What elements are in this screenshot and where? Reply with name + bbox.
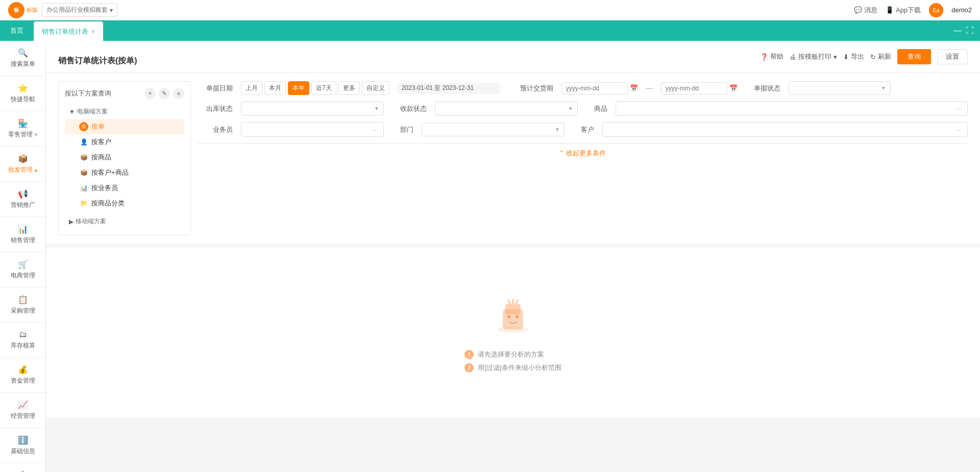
- scheme-by-sales[interactable]: 📊 按业务员: [65, 180, 184, 196]
- scheme-by-customer[interactable]: 👤 按客户: [65, 134, 184, 150]
- dept-arrow-icon: ▾: [556, 126, 559, 133]
- mobile-group-title[interactable]: ▶ 移动端方案: [65, 214, 184, 229]
- customer-input[interactable]: ···: [602, 122, 968, 137]
- minimize-btn[interactable]: —: [953, 26, 962, 35]
- date-btn-7days[interactable]: 近7天: [311, 81, 336, 95]
- sidebar-item-quick-nav[interactable]: ⭐ 快捷导航: [0, 76, 45, 111]
- scheme-sales-icon: 📊: [79, 183, 88, 193]
- scheme-by-order[interactable]: 按 按单: [65, 119, 184, 134]
- main-layout: 🔍 搜索菜单 ⭐ 快捷导航 🏪 零售管理 ▾ 📦 批发管理 ▴ 📢 营销推广 📊…: [0, 41, 980, 472]
- export-btn[interactable]: ⬇ 导出: [843, 52, 864, 61]
- message-label: 消息: [864, 6, 877, 15]
- scheme-customer-icon: 👤: [79, 137, 88, 147]
- date-btn-thismonth[interactable]: 本月: [264, 81, 286, 95]
- export-icon: ⬇: [843, 53, 849, 61]
- select-arrow-icon3: ▾: [569, 105, 572, 112]
- scheme-category-icon: 📁: [79, 199, 88, 208]
- settings-btn[interactable]: 设置: [937, 49, 968, 64]
- scheme-by-product[interactable]: 📦 按商品: [65, 150, 184, 165]
- sidebar-item-ecommerce[interactable]: 🛒 电商管理: [0, 252, 45, 288]
- sidebar-item-marketing[interactable]: 📢 营销推广: [0, 182, 45, 217]
- message-btn[interactable]: 💬 消息: [854, 6, 877, 15]
- refresh-btn[interactable]: ↻ 刷新: [870, 52, 891, 61]
- tab-home[interactable]: 首页: [0, 20, 34, 41]
- inventory-icon: 🗂: [0, 330, 45, 339]
- svg-line-6: [508, 300, 510, 304]
- app-download-btn[interactable]: 📱 App下载: [886, 6, 921, 15]
- user-avatar[interactable]: Ea: [929, 3, 943, 17]
- edit-scheme-btn[interactable]: ✎: [159, 88, 170, 99]
- desktop-group-title[interactable]: ▼ 电脑端方案: [65, 104, 184, 119]
- sidebar-item-procurement[interactable]: 📋 采购管理: [0, 288, 45, 323]
- salesperson-more-icon[interactable]: ···: [373, 126, 378, 133]
- goods-input[interactable]: ···: [616, 101, 968, 116]
- calendar-icon-to: 📅: [729, 84, 738, 92]
- sidebar-item-label: 销售管理: [11, 237, 35, 244]
- sidebar-item-label: 搜索菜单: [11, 60, 35, 67]
- topbar-right: 💬 消息 📱 App下载 Ea demo2: [854, 3, 972, 17]
- scheme-product-icon: 📦: [79, 153, 88, 162]
- sidebar-item-wholesale[interactable]: 📦 批发管理 ▴: [0, 147, 45, 182]
- filter-row-date: 单据日期 上月 本月 本年 近7天 更多 自定义: [197, 81, 968, 95]
- date-btn-custom[interactable]: 自定义: [362, 81, 389, 95]
- sidebar-item-inventory[interactable]: 🗂 库存核算: [0, 323, 45, 358]
- collapse-bar[interactable]: ⌃ 收起更多条件: [197, 143, 968, 163]
- date-btn-more[interactable]: 更多: [338, 81, 360, 95]
- customer-more-icon[interactable]: ···: [957, 126, 962, 133]
- empty-hints: 1 请先选择要分析的方案 2 用[过滤]条件来缩小分析范围: [464, 350, 561, 376]
- tab-sales-order-stats[interactable]: 销售订单统计表 ×: [34, 21, 103, 42]
- help-btn[interactable]: ❓ 帮助: [760, 52, 783, 61]
- out-status-select[interactable]: ▾: [241, 102, 384, 115]
- expected-date-to: 📅: [661, 82, 738, 95]
- scheme-by-category[interactable]: 📁 按商品分类: [65, 196, 184, 211]
- breadcrumb-dropdown[interactable]: 办公用品行业模拟账套 ▾: [42, 3, 117, 17]
- subtitle-label: 标版: [27, 6, 38, 14]
- expected-date-to-input[interactable]: [661, 82, 727, 95]
- query-btn[interactable]: 查询: [897, 49, 931, 64]
- scheme-by-customer-product[interactable]: 📦 按客户+商品: [65, 165, 184, 180]
- date-btn-thisyear[interactable]: 本年: [288, 81, 309, 95]
- expected-date-from-input[interactable]: [561, 82, 628, 95]
- doc-status-select[interactable]: ▾: [789, 81, 891, 95]
- sidebar-item-retail[interactable]: 🏪 零售管理 ▾: [0, 111, 45, 147]
- empty-hint-2: 2 用[过滤]条件来缩小分析范围: [464, 363, 561, 372]
- finance-icon: 💰: [0, 365, 45, 374]
- page-header: 销售订单统计表(按单) ❓ 帮助 🖨 按模板打印 ▾ ⬇ 导出 ↻ 刷新: [46, 41, 980, 73]
- salesperson-input[interactable]: ···: [241, 122, 384, 137]
- calendar-icon-from: 📅: [630, 84, 638, 92]
- svg-rect-2: [505, 304, 521, 314]
- sidebar-item-finance[interactable]: 💰 资金管理: [0, 358, 45, 393]
- filter-row-person: 业务员 ··· 部门 ▾ 客户 ···: [197, 122, 968, 137]
- date-btn-lastmonth[interactable]: 上月: [241, 81, 262, 95]
- svg-line-7: [516, 300, 518, 304]
- marketing-icon: 📢: [0, 189, 45, 199]
- print-btn[interactable]: 🖨 按模板打印 ▾: [790, 52, 837, 61]
- mobile-scheme-group: ▶ 移动端方案: [65, 214, 184, 229]
- tab-label: 销售订单统计表: [42, 27, 88, 36]
- message-icon: 💬: [854, 6, 862, 14]
- empty-state: 1 请先选择要分析的方案 2 用[过滤]条件来缩小分析范围: [46, 248, 980, 417]
- sidebar-item-search-menu[interactable]: 🔍 搜索菜单: [0, 41, 45, 76]
- help-icon: ❓: [760, 53, 768, 61]
- sidebar-item-label: 采购管理: [11, 307, 35, 314]
- filters-panel: 单据日期 上月 本月 本年 近7天 更多 自定义: [197, 81, 968, 235]
- dept-select[interactable]: ▾: [422, 123, 565, 136]
- sidebar-item-sales[interactable]: 📊 销售管理: [0, 217, 45, 252]
- empty-hint-1: 1 请先选择要分析的方案: [464, 350, 561, 359]
- svg-point-4: [516, 315, 519, 318]
- add-scheme-btn[interactable]: +: [144, 88, 156, 99]
- date-range-divider: —: [646, 84, 653, 92]
- receive-status-select[interactable]: ▾: [435, 102, 578, 115]
- sidebar-item-basic[interactable]: ℹ️ 基础信息: [0, 428, 45, 463]
- sidebar-item-system[interactable]: ⚙️ 系统管理: [0, 463, 45, 472]
- collapse-scheme-btn[interactable]: «: [173, 88, 184, 99]
- goods-more-icon[interactable]: ···: [957, 105, 962, 112]
- chevron-down-icon: ▾: [110, 7, 113, 14]
- sidebar-item-label: 资金管理: [11, 377, 35, 384]
- sidebar-item-label: 批发管理: [8, 166, 33, 173]
- maximize-btn[interactable]: ⛶: [966, 26, 974, 35]
- sidebar-item-operations[interactable]: 📈 经营管理: [0, 393, 45, 428]
- expected-date-from: 📅: [561, 82, 638, 95]
- tab-close-icon[interactable]: ×: [91, 28, 95, 35]
- operations-icon: 📈: [0, 400, 45, 410]
